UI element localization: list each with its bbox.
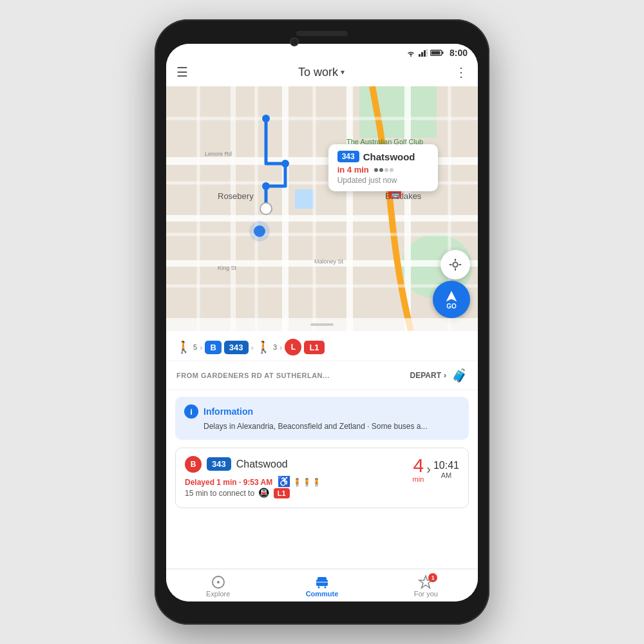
svg-rect-13 (166, 215, 478, 222)
status-bar: 8:00 (166, 44, 478, 59)
walk2-icon: 🚶 (256, 340, 270, 354)
svg-point-53 (317, 587, 319, 589)
walk2-mins: 3 (273, 343, 277, 351)
depart-button[interactable]: DEPART › (410, 371, 446, 380)
commute-icon (314, 574, 330, 590)
svg-rect-6 (442, 52, 443, 54)
info-icon: i (184, 404, 198, 419)
signal-icon (419, 49, 428, 57)
phone-frame: 8:00 ☰ To work ▾ ⋮ (155, 19, 489, 625)
go-button[interactable]: GO (433, 281, 470, 318)
svg-point-29 (262, 182, 270, 190)
tooltip-updated: Updated just now (337, 176, 429, 185)
info-card[interactable]: i Information Delays in Alexandria, Beac… (175, 397, 469, 440)
title-area[interactable]: To work ▾ (298, 66, 345, 79)
svg-text:Lenore Rd: Lenore Rd (205, 151, 232, 157)
tooltip-time: in 4 min (337, 165, 369, 175)
map-svg: Rosebery Eastlakes The Australian Golf C… (166, 86, 478, 331)
svg-text:King St: King St (218, 265, 237, 271)
bottom-nav: Explore Commute 1 For you (166, 569, 478, 601)
svg-rect-1 (419, 54, 421, 57)
locate-icon (448, 258, 462, 272)
map-bottom-handle (166, 318, 478, 331)
route-summary: 🚶 5 › B 343 › 🚶 3 › L L1 (166, 331, 478, 361)
foryou-badge: 1 (428, 573, 437, 582)
nav-explore[interactable]: Explore (166, 569, 270, 601)
svg-rect-11 (295, 189, 314, 209)
tooltip-bus-number: 343 (337, 151, 359, 162)
route-bus-letter: B (185, 456, 202, 473)
clock: 8:00 (450, 48, 468, 58)
nav-foryou[interactable]: 1 For you (374, 569, 478, 601)
svg-point-0 (410, 55, 412, 57)
speaker (296, 31, 348, 36)
svg-point-42 (453, 262, 457, 267)
map-area[interactable]: Rosebery Eastlakes The Australian Golf C… (166, 86, 478, 331)
nav-explore-label: Explore (206, 590, 230, 598)
svg-point-27 (262, 115, 270, 122)
nav-foryou-label: For you (414, 590, 438, 598)
page-title: To work (298, 66, 338, 79)
svg-point-49 (217, 581, 220, 583)
route-destination: Chatswood (236, 459, 288, 470)
go-label: GO (446, 303, 457, 310)
menu-icon[interactable]: ☰ (176, 64, 188, 80)
svg-rect-18 (231, 86, 236, 331)
wheelchair-icon: ♿ (278, 476, 290, 487)
route-arrival-ampm: AM (441, 471, 452, 479)
bus-number-badge: 343 (224, 341, 249, 354)
bus-tooltip: 343 Chatswood in 4 min Updated just now (328, 144, 438, 191)
from-label: FROM GARDENERS RD AT SUTHERLAN... (176, 372, 330, 379)
drag-handle (310, 323, 334, 326)
walk1-icon: 🚶 (176, 340, 191, 354)
svg-point-54 (324, 587, 326, 589)
locate-button[interactable] (440, 250, 470, 279)
route-mins: 4 (413, 456, 424, 475)
explore-icon (211, 574, 226, 590)
svg-rect-16 (346, 86, 353, 331)
svg-rect-7 (431, 52, 440, 55)
rail-badge-l: L (285, 339, 301, 355)
route-arrival-time: 10:41 (433, 460, 459, 471)
svg-rect-51 (317, 577, 327, 581)
svg-rect-4 (426, 49, 428, 57)
svg-rect-15 (282, 86, 289, 331)
info-title: Information (204, 406, 253, 417)
route-card[interactable]: B 343 Chatswood Delayed 1 min · 9:53 AM … (175, 448, 469, 508)
walk1-mins: 5 (193, 343, 197, 351)
from-bar: FROM GARDENERS RD AT SUTHERLAN... DEPART… (166, 361, 478, 390)
svg-point-41 (249, 221, 270, 242)
dropdown-arrow: ▾ (341, 68, 345, 77)
top-bar: ☰ To work ▾ ⋮ (166, 59, 478, 86)
route-bus-number: 343 (207, 457, 231, 471)
svg-text:Rosebery: Rosebery (218, 191, 254, 201)
svg-text:Maloney St: Maloney St (314, 258, 344, 265)
status-icons: 8:00 (406, 48, 468, 58)
svg-marker-47 (446, 290, 457, 301)
nav-commute-label: Commute (306, 590, 339, 598)
phone-screen: 8:00 ☰ To work ▾ ⋮ (166, 44, 478, 601)
more-options-icon[interactable]: ⋮ (455, 64, 468, 80)
bag-icon[interactable]: 🧳 (451, 368, 468, 383)
nav-commute[interactable]: Commute (270, 569, 374, 601)
battery-icon (430, 49, 444, 57)
route-arrow: › (426, 462, 431, 477)
route-min-label: min (413, 475, 424, 483)
navigation-icon (445, 290, 458, 303)
svg-rect-2 (421, 52, 423, 57)
rail-connect-icon: 🚇 (258, 488, 269, 498)
bus-letter-badge: B (205, 341, 221, 354)
wifi-icon (406, 49, 416, 57)
info-body: Delays in Alexandria, Beaconsfield and Z… (184, 421, 460, 432)
route-status: Delayed 1 min · 9:53 AM ♿ 🧍🧍🧍 (185, 475, 413, 488)
tooltip-destination: Chatswood (363, 151, 415, 162)
rail-badge-l1: L1 (304, 341, 324, 354)
route-connect: 15 min to connect to 🚇 L1 (185, 488, 413, 498)
svg-rect-3 (424, 50, 426, 57)
front-camera (290, 37, 299, 46)
svg-point-28 (281, 160, 289, 167)
route-connect-badge: L1 (274, 488, 290, 498)
occupancy-dots (374, 168, 393, 172)
svg-point-30 (260, 203, 272, 214)
